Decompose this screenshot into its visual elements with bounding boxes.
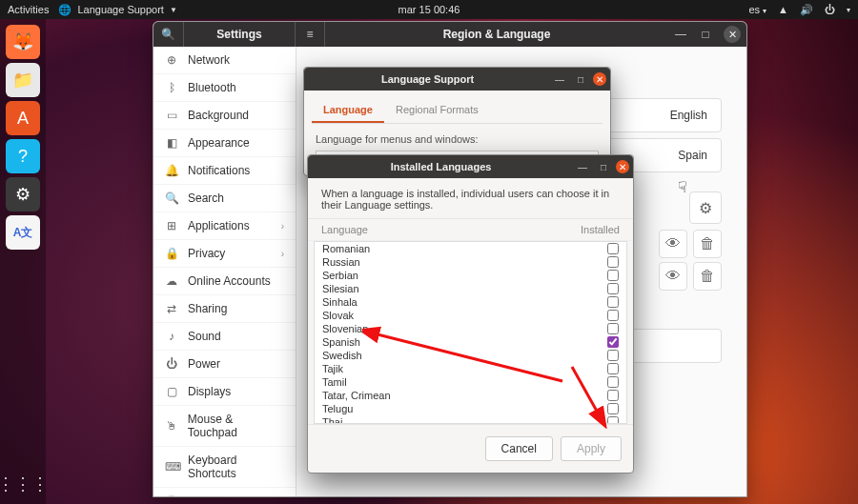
- sidebar-item-icon: 🔔: [165, 164, 178, 177]
- gnome-top-bar: Activities 🌐 Language Support ▼ mar 15 0…: [0, 0, 858, 19]
- sidebar-item-label: Notifications: [188, 164, 250, 177]
- install-checkbox[interactable]: [607, 390, 619, 401]
- sidebar-item-icon: 🔍: [165, 192, 178, 205]
- install-checkbox[interactable]: [607, 283, 619, 294]
- install-checkbox[interactable]: [607, 350, 619, 361]
- install-checkbox[interactable]: [607, 310, 619, 321]
- power-icon[interactable]: ⏻: [825, 4, 835, 15]
- minimize-button[interactable]: —: [574, 159, 591, 174]
- tab-regional-formats[interactable]: Regional Formats: [384, 98, 490, 123]
- input-source-label: es: [748, 4, 760, 15]
- preview-button[interactable]: 👁: [659, 262, 687, 291]
- input-source-indicator[interactable]: es ▾: [748, 4, 766, 15]
- remove-button[interactable]: 🗑: [693, 230, 722, 258]
- sidebar-item-online-accounts[interactable]: ☁Online Accounts: [153, 268, 296, 295]
- dock-software[interactable]: A: [6, 101, 40, 135]
- chevron-down-icon[interactable]: ▾: [847, 6, 850, 14]
- sidebar-item-network[interactable]: ⊕Network: [153, 47, 296, 74]
- language-value: English: [670, 109, 707, 122]
- sidebar-item-applications[interactable]: ⊞Applications›: [153, 212, 296, 240]
- install-checkbox[interactable]: [607, 296, 619, 308]
- install-checkbox[interactable]: [607, 403, 619, 414]
- install-checkbox[interactable]: [607, 243, 619, 254]
- close-button[interactable]: ✕: [593, 72, 606, 86]
- dock-files[interactable]: 📁: [6, 63, 40, 97]
- maximize-button[interactable]: □: [572, 71, 589, 87]
- language-name: Serbian: [322, 270, 358, 281]
- sidebar-item-printers[interactable]: 🖶Printers: [153, 488, 296, 496]
- sidebar-item-sound[interactable]: ♪Sound: [153, 323, 296, 351]
- language-row-thai[interactable]: Thai: [315, 415, 626, 424]
- hamburger-menu-button[interactable]: ≡: [295, 22, 325, 47]
- app-menu[interactable]: 🌐 Language Support ▼: [58, 4, 176, 16]
- sidebar-item-background[interactable]: ▭Background: [153, 102, 296, 130]
- launcher-dock: 🦊 📁 A ? ⚙ A文 ⋮⋮⋮: [0, 19, 46, 504]
- language-row-spanish[interactable]: Spanish: [315, 335, 626, 349]
- show-applications-button[interactable]: ⋮⋮⋮: [0, 474, 49, 494]
- language-row-serbian[interactable]: Serbian: [315, 269, 626, 282]
- sidebar-item-appearance[interactable]: ◧Appearance: [153, 130, 296, 157]
- language-row-swedish[interactable]: Swedish: [315, 349, 626, 362]
- sidebar-item-label: Online Accounts: [188, 274, 271, 288]
- installed-languages-titlebar: Installed Languages — □ ✕: [308, 155, 633, 178]
- sidebar-item-notifications[interactable]: 🔔Notifications: [153, 157, 296, 185]
- language-list[interactable]: RomanianRussianSerbianSilesianSinhalaSlo…: [314, 241, 627, 424]
- sidebar-item-bluetooth[interactable]: ᛒBluetooth: [153, 74, 296, 102]
- cursor-icon: ☟: [678, 178, 687, 196]
- search-button[interactable]: 🔍: [153, 22, 184, 47]
- language-row-tatar-crimean[interactable]: Tatar, Crimean: [315, 389, 626, 402]
- cancel-button[interactable]: Cancel: [485, 436, 553, 461]
- language-row-russian[interactable]: Russian: [315, 255, 626, 269]
- preview-button[interactable]: 👁: [659, 230, 687, 258]
- installed-languages-dialog: Installed Languages — □ ✕ When a languag…: [307, 154, 634, 474]
- dock-settings[interactable]: ⚙: [6, 177, 40, 212]
- language-row-slovenian[interactable]: Slovenian: [315, 322, 626, 335]
- dock-firefox[interactable]: 🦊: [6, 25, 40, 59]
- input-source-options-button[interactable]: ⚙: [689, 192, 722, 224]
- network-icon[interactable]: ▲: [778, 4, 788, 15]
- install-checkbox[interactable]: [607, 336, 619, 348]
- settings-sidebar[interactable]: ⊕NetworkᛒBluetooth▭Background◧Appearance…: [153, 47, 296, 496]
- sidebar-item-search[interactable]: 🔍Search: [153, 185, 296, 212]
- dock-language-support[interactable]: A文: [6, 215, 40, 250]
- language-row-romanian[interactable]: Romanian: [315, 242, 626, 255]
- language-row-tajik[interactable]: Tajik: [315, 362, 626, 375]
- install-checkbox[interactable]: [607, 376, 619, 388]
- sidebar-item-power[interactable]: ⏻Power: [153, 351, 296, 378]
- language-row-slovak[interactable]: Slovak: [315, 309, 626, 322]
- minimize-button[interactable]: —: [551, 71, 568, 87]
- install-checkbox[interactable]: [607, 363, 619, 374]
- column-language: Language: [321, 224, 368, 235]
- sidebar-item-sharing[interactable]: ⇄Sharing: [153, 295, 296, 323]
- sidebar-item-icon: 🔒: [165, 247, 178, 260]
- sidebar-item-mouse-touchpad[interactable]: 🖱Mouse & Touchpad: [153, 406, 296, 447]
- sidebar-item-icon: ⊞: [165, 219, 178, 232]
- language-row-sinhala[interactable]: Sinhala: [315, 295, 626, 309]
- install-checkbox[interactable]: [607, 270, 619, 281]
- close-button[interactable]: ✕: [724, 26, 741, 43]
- sidebar-item-displays[interactable]: ▢Displays: [153, 378, 296, 406]
- minimize-button[interactable]: —: [668, 22, 693, 47]
- maximize-button[interactable]: □: [595, 159, 612, 174]
- dock-help[interactable]: ?: [6, 139, 40, 173]
- clock[interactable]: mar 15 00:46: [398, 4, 460, 15]
- install-checkbox[interactable]: [607, 416, 619, 424]
- sidebar-item-keyboard-shortcuts[interactable]: ⌨Keyboard Shortcuts: [153, 447, 296, 488]
- language-row-telugu[interactable]: Telugu: [315, 402, 626, 415]
- close-button[interactable]: ✕: [616, 160, 629, 173]
- activities-button[interactable]: Activities: [8, 4, 49, 15]
- volume-icon[interactable]: 🔊: [800, 4, 813, 16]
- sidebar-item-icon: ◧: [165, 136, 178, 150]
- install-checkbox[interactable]: [607, 323, 619, 334]
- maximize-button[interactable]: □: [693, 22, 718, 47]
- language-row-silesian[interactable]: Silesian: [315, 282, 626, 295]
- language-row-tamil[interactable]: Tamil: [315, 375, 626, 389]
- install-checkbox[interactable]: [607, 256, 619, 268]
- sidebar-item-label: Privacy: [188, 247, 225, 260]
- sidebar-item-privacy[interactable]: 🔒Privacy›: [153, 240, 296, 268]
- tab-language[interactable]: Language: [312, 98, 384, 123]
- sidebar-item-label: Keyboard Shortcuts: [188, 454, 284, 480]
- apply-button[interactable]: Apply: [561, 436, 622, 461]
- sidebar-item-icon: ᛒ: [165, 81, 178, 94]
- remove-button[interactable]: 🗑: [693, 262, 722, 291]
